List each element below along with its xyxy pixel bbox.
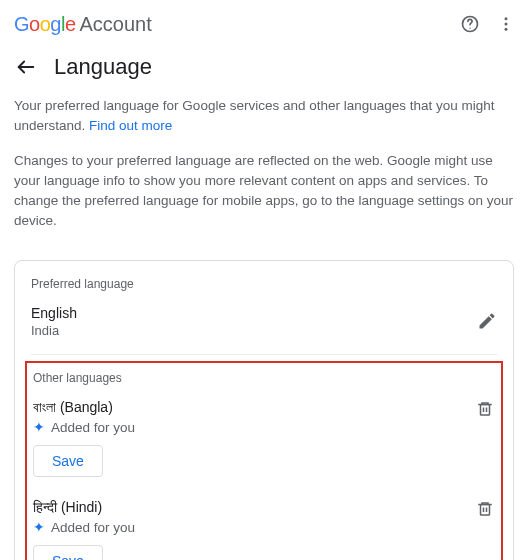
other-language-block: বাংলা (Bangla) ✦ Added for you Save xyxy=(33,399,135,477)
svg-rect-9 xyxy=(481,504,490,515)
help-icon[interactable] xyxy=(458,12,482,36)
other-language-block: हिन्दी (Hindi) ✦ Added for you Save xyxy=(33,499,135,561)
page-title: Language xyxy=(54,54,152,80)
language-card: Preferred language English India Other l… xyxy=(14,260,514,561)
sparkle-icon: ✦ xyxy=(33,520,45,534)
intro-p2: Changes to your preferred language are r… xyxy=(14,151,514,232)
back-arrow-icon[interactable] xyxy=(14,55,38,79)
sparkle-icon: ✦ xyxy=(33,420,45,434)
svg-point-2 xyxy=(505,17,508,20)
find-out-more-link[interactable]: Find out more xyxy=(89,118,172,133)
other-language-row: हिन्दी (Hindi) ✦ Added for you Save xyxy=(33,499,495,561)
added-for-you-label: Added for you xyxy=(51,420,135,435)
other-language-row: বাংলা (Bangla) ✦ Added for you Save xyxy=(33,399,495,477)
intro-p1: Your preferred language for Google servi… xyxy=(14,98,495,133)
other-section-label: Other languages xyxy=(33,371,495,385)
other-languages-highlight: Other languages বাংলা (Bangla) ✦ Added f… xyxy=(25,361,503,561)
preferred-language-name: English xyxy=(31,305,77,321)
edit-icon[interactable] xyxy=(477,311,497,331)
save-button[interactable]: Save xyxy=(33,545,103,561)
google-logo: Google xyxy=(14,13,76,36)
account-word: Account xyxy=(80,13,152,36)
added-for-you-row: ✦ Added for you xyxy=(33,520,135,535)
svg-point-1 xyxy=(469,28,470,29)
brand: Google Account xyxy=(14,13,152,36)
preferred-language-text: English India xyxy=(31,305,77,338)
trash-icon[interactable] xyxy=(475,499,495,519)
intro-text: Your preferred language for Google servi… xyxy=(0,96,528,254)
page-header: Language xyxy=(0,44,528,96)
preferred-language-row: English India xyxy=(31,305,497,355)
svg-point-3 xyxy=(505,23,508,26)
preferred-language-region: India xyxy=(31,323,77,338)
preferred-section-label: Preferred language xyxy=(31,277,497,291)
other-language-name: বাংলা (Bangla) xyxy=(33,399,135,416)
added-for-you-label: Added for you xyxy=(51,520,135,535)
svg-rect-6 xyxy=(481,404,490,415)
svg-point-4 xyxy=(505,28,508,31)
top-bar: Google Account xyxy=(0,0,528,44)
topbar-actions xyxy=(458,12,518,36)
trash-icon[interactable] xyxy=(475,399,495,419)
more-vert-icon[interactable] xyxy=(494,12,518,36)
save-button[interactable]: Save xyxy=(33,445,103,477)
other-language-name: हिन्दी (Hindi) xyxy=(33,499,135,516)
added-for-you-row: ✦ Added for you xyxy=(33,420,135,435)
